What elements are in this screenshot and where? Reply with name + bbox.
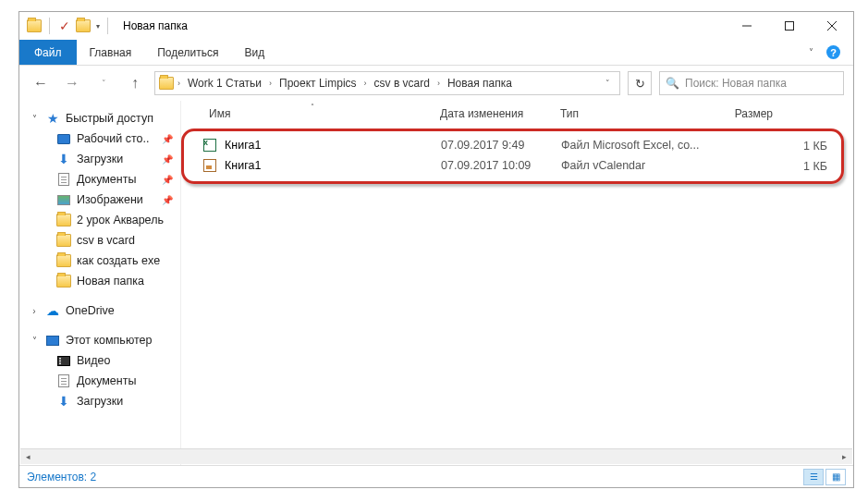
refresh-button[interactable]: ↻ [628,71,652,95]
sidebar-item-label: 2 урок Акварель [77,214,164,227]
chevron-right-icon[interactable]: › [176,79,182,88]
search-input[interactable]: 🔍 Поиск: Новая папка [659,71,844,95]
back-button[interactable]: ← [29,71,53,95]
view-details-button[interactable]: ☰ [803,469,824,485]
horizontal-scrollbar[interactable]: ◂ ▸ [20,448,852,464]
chevron-right-icon[interactable]: › [29,306,40,316]
sidebar-item-videos[interactable]: Видео [25,350,180,371]
desktop-icon [57,134,70,144]
sidebar-onedrive[interactable]: › ☁ OneDrive [25,300,180,321]
tab-view[interactable]: Вид [231,40,277,65]
qat-customize-icon[interactable]: ▾ [96,22,100,31]
folder-icon [56,254,71,267]
app-folder-icon [27,19,42,32]
sidebar-item-folder[interactable]: как создать exe [25,251,180,271]
col-size[interactable]: Размер [708,107,782,120]
sidebar-item-label: Документы [77,374,136,387]
explorer-window: ✓ ▾ Новая папка Файл Главная Поделиться … [18,11,854,488]
tab-share[interactable]: Поделиться [144,40,231,65]
view-large-icons-button[interactable]: ▦ [825,469,846,485]
image-icon [57,195,70,205]
file-row[interactable]: Книга1 07.09.2017 10:09 Файл vCalendar [189,155,836,176]
breadcrumb-history-icon[interactable]: ˅ [604,79,612,88]
sidebar-item-pictures[interactable]: Изображени📌 [25,190,180,210]
onedrive-icon: ☁ [45,303,60,318]
sidebar-item-label: Новая папка [77,275,144,288]
status-text: Элементов: 2 [27,471,96,484]
breadcrumb-seg-1[interactable]: Проект Limpics [275,77,361,90]
chevron-right-icon[interactable]: › [362,79,369,88]
tab-home[interactable]: Главная [77,40,145,65]
doc-icon [58,173,69,186]
breadcrumb[interactable]: › Work 1 Статьи › Проект Limpics › csv в… [154,71,620,95]
file-type: Файл vCalendar [561,159,709,172]
ribbon-expand-icon[interactable]: ˅ [809,47,813,57]
sidebar-item-folder[interactable]: Новая папка [25,271,180,291]
sidebar-item-desktop[interactable]: Рабочий сто..📌 [25,129,180,149]
file-type: Файл Microsoft Excel, co... [561,139,709,152]
pin-icon: 📌 [162,195,173,205]
qat-properties-icon[interactable]: ✓ [57,18,72,33]
sidebar-item-documents[interactable]: Документы📌 [25,169,180,190]
recent-locations-icon[interactable]: ˅ [92,71,116,95]
star-icon: ★ [45,111,60,126]
status-bar: Элементов: 2 ☰ ▦ [19,465,853,487]
svg-rect-1 [786,22,794,31]
help-icon[interactable]: ? [826,45,840,59]
sidebar-item-label: Видео [77,354,111,367]
file-row[interactable]: Книга1 07.09.2017 9:49 Файл Microsoft Ex… [189,135,836,155]
sidebar-item-folder[interactable]: 2 урок Акварель [25,210,180,230]
col-date[interactable]: Дата изменения [440,107,560,120]
scroll-right-icon[interactable]: ▸ [837,449,852,465]
sidebar-item-label: Изображени [77,193,143,206]
qat-newfolder-icon[interactable] [76,19,91,32]
sidebar-item-label: Рабочий сто.. [77,132,149,145]
breadcrumb-seg-2[interactable]: csv в vcard [371,77,434,90]
sidebar-quick-access[interactable]: ˅ ★ Быстрый доступ [25,108,180,129]
pc-icon [46,336,59,346]
excel-icon [203,139,216,152]
chevron-right-icon[interactable]: › [267,79,274,88]
video-icon [57,356,70,366]
forward-button[interactable]: → [60,71,84,95]
chevron-right-icon[interactable]: › [435,79,442,88]
qat-separator-2 [107,18,108,34]
doc-icon [58,374,69,387]
scroll-left-icon[interactable]: ◂ [20,449,36,465]
file-name: Книга1 [225,139,441,152]
maximize-button[interactable] [768,12,811,40]
folder-icon [56,214,71,227]
col-type[interactable]: Тип [560,107,708,120]
download-icon: ⬇ [56,152,71,166]
close-button[interactable] [811,12,853,40]
folder-icon [56,234,71,247]
up-button[interactable]: ↑ [123,71,147,95]
highlight-annotation: Книга1 07.09.2017 9:49 Файл Microsoft Ex… [181,129,844,184]
file-list: ˄ Имя Дата изменения Тип Размер Книга1 0… [181,101,853,465]
folder-icon [56,275,71,288]
sidebar-this-pc[interactable]: ˅ Этот компьютер [25,330,180,350]
sidebar-item-documents[interactable]: Документы [25,371,180,391]
sidebar-item-label: csv в vcard [77,234,135,247]
pin-icon: 📌 [162,175,173,185]
navigation-pane: ˅ ★ Быстрый доступ Рабочий сто..📌 ⬇Загру… [19,101,181,465]
file-sizes-column: 1 КБ 1 КБ [803,136,827,177]
chevron-down-icon[interactable]: ˅ [29,114,40,124]
chevron-down-icon[interactable]: ˅ [29,336,40,346]
navbar: ← → ˅ ↑ › Work 1 Статьи › Проект Limpics… [19,66,853,101]
sidebar-item-label: Документы [77,173,136,186]
col-name[interactable]: Имя [209,107,440,120]
sidebar-item-downloads[interactable]: ⬇Загрузки [25,391,180,411]
minimize-button[interactable] [726,12,768,40]
breadcrumb-seg-0[interactable]: Work 1 Статьи [184,77,265,90]
tab-file[interactable]: Файл [19,40,77,65]
breadcrumb-seg-3[interactable]: Новая папка [444,77,516,90]
sidebar-item-label: Загрузки [77,395,123,408]
sidebar-item-downloads[interactable]: ⬇Загрузки📌 [25,149,180,169]
sidebar-item-label: Загрузки [77,153,123,165]
sidebar-item-label: OneDrive [66,304,115,317]
sidebar-item-folder[interactable]: csv в vcard [25,230,180,251]
file-size: 1 КБ [803,136,827,156]
ribbon: Файл Главная Поделиться Вид ˅ ? [19,40,853,66]
vcalendar-icon [203,159,216,172]
